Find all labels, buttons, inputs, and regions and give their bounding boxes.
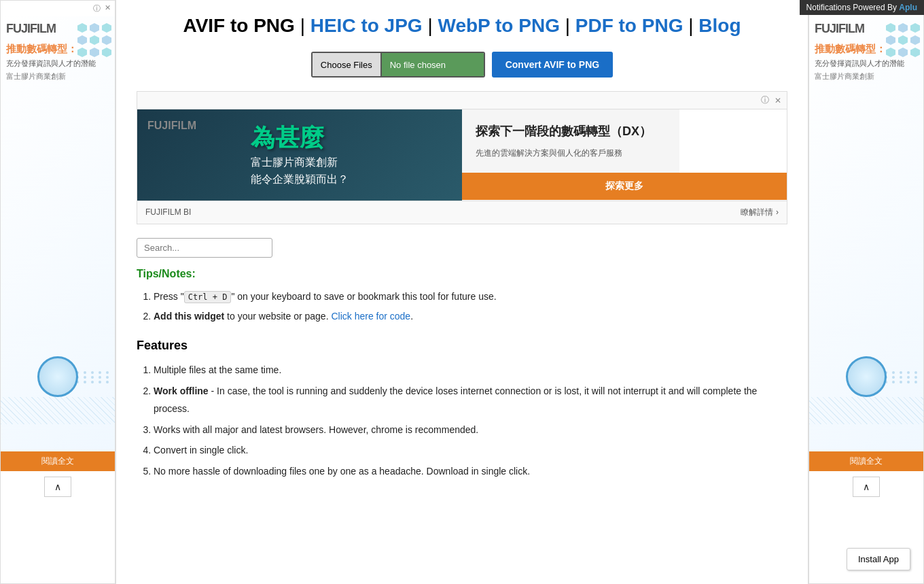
sidebar-left: ⓘ ✕ FUJIFILM	[0, 0, 116, 584]
features-title: Features	[137, 339, 787, 353]
ad-chinese-sub2: 能令企業脫穎而出？	[251, 173, 349, 187]
sidebar-right-circle	[846, 356, 887, 397]
sidebar-right-read-all[interactable]: 閱讀全文	[809, 451, 923, 471]
sidebar-left-circle	[37, 356, 78, 397]
sidebar-left-ad-icons: ⓘ ✕	[1, 1, 115, 16]
file-input-area: Choose Files No file chosen Convert AVIF…	[137, 52, 787, 78]
chevron-up-icon-right: ∧	[863, 481, 870, 492]
choose-files-button[interactable]: Choose Files	[313, 53, 382, 76]
sidebar-left-sub: 充分發揮資訊與人才的潛能	[6, 58, 109, 69]
sidebar-right: ⓘ ✕ FUJIFILM	[808, 0, 924, 584]
ad-banner-icons: ⓘ ✕	[761, 95, 781, 106]
sidebar-left-content: FUJIFILM 推動數碼轉型： 充分發揮	[1, 16, 115, 451]
ad-banner-text: 探索下一階段的數碼轉型（DX） 先進的雲端解決方案與個人化的客戶服務	[462, 109, 679, 172]
sep1: |	[300, 15, 310, 36]
file-name-display: No file chosen	[382, 53, 484, 76]
ad-close-icon-left[interactable]: ✕	[105, 3, 111, 14]
sidebar-right-company: 富士膠片商業創新	[815, 71, 918, 82]
notification-bar: Notifications Powered By Aplu	[800, 0, 924, 15]
ad-image-text: 為甚麼 富士膠片商業創新 能令企業脫穎而出？	[251, 123, 349, 186]
ad-learn-more-arrow: ›	[776, 207, 779, 217]
file-input-display: Choose Files No file chosen	[311, 52, 485, 78]
list-item: Works with all major and latest browsers…	[154, 421, 787, 439]
ad-chinese-title: 為甚麼	[251, 123, 349, 152]
sidebar-right-scroll-btn[interactable]: ∧	[853, 477, 880, 497]
ad-close-icon[interactable]: ✕	[775, 96, 781, 105]
chevron-up-icon-left: ∧	[54, 481, 61, 492]
ad-banner-right-sub: 先進的雲端解決方案與個人化的客戶服務	[476, 148, 666, 159]
kbd-ctrl-d: Ctrl + D	[184, 291, 232, 303]
notification-brand: Aplu	[899, 3, 917, 12]
list-item: Add this widget to your website or page.…	[154, 308, 787, 325]
ad-learn-more[interactable]: 瞭解詳情 ›	[741, 207, 779, 218]
tip-strong: Add this widget	[154, 311, 224, 322]
sidebar-right-dots	[885, 371, 920, 383]
title-webp-png[interactable]: WebP to PNG	[438, 15, 559, 36]
install-app-button[interactable]: Install App	[847, 548, 910, 570]
ad-orange-bar: 探索更多	[462, 173, 787, 200]
sep4: |	[688, 15, 698, 36]
sep3: |	[565, 15, 575, 36]
sidebar-left-lines	[1, 397, 115, 424]
title-avif-png: AVIF to PNG	[183, 15, 295, 36]
notification-text: Notifications Powered By	[806, 3, 900, 12]
tips-title: Tips/Notes:	[137, 268, 787, 280]
ad-learn-more-text: 瞭解詳情	[741, 207, 773, 218]
sidebar-left-hexagons	[77, 23, 111, 57]
list-item: Convert in single click.	[154, 441, 787, 460]
tips-section: Tips/Notes: Press "Ctrl + D" on your key…	[137, 268, 787, 325]
sidebar-right-sub: 充分發揮資訊與人才的潛能	[815, 58, 918, 69]
ad-banner-body: FUJIFILM 為甚麼 富士膠片商業創新 能令企業脫穎而出？ 探索下一階段的數…	[137, 109, 787, 200]
sidebar-left-scroll-btn[interactable]: ∧	[44, 477, 71, 497]
ad-banner-right: 探索下一階段的數碼轉型（DX） 先進的雲端解決方案與個人化的客戶服務 探索更多	[462, 109, 787, 200]
feature-strong: Work offline	[154, 385, 209, 396]
ad-fujifilm-logo: FUJIFILM	[147, 120, 196, 132]
ad-banner-footer: FUJIFILM BI 瞭解詳情 ›	[137, 201, 787, 224]
click-here-link[interactable]: Click here for code	[331, 311, 410, 322]
sidebar-left-read-all[interactable]: 閱讀全文	[1, 451, 115, 471]
search-bar-container	[137, 238, 787, 258]
ad-chinese-sub1: 富士膠片商業創新	[251, 156, 349, 170]
ad-banner-image: FUJIFILM 為甚麼 富士膠片商業創新 能令企業脫穎而出？	[137, 109, 462, 200]
ad-company-name: FUJIFILM BI	[145, 207, 191, 217]
sidebar-right-lines	[809, 397, 923, 424]
ad-banner: ⓘ ✕ FUJIFILM 為甚麼 富士膠片商業創新 能令企業脫穎而出？ 探索下一…	[137, 91, 787, 224]
ad-banner-header: ⓘ ✕	[137, 92, 787, 109]
list-item: Press "Ctrl + D" on your keyboard to sav…	[154, 288, 787, 305]
search-input[interactable]	[137, 238, 272, 258]
list-item: No more hassle of downloading files one …	[154, 462, 787, 481]
title-blog[interactable]: Blog	[698, 15, 741, 36]
sidebar-right-hexagons	[886, 23, 920, 57]
convert-button[interactable]: Convert AVIF to PNG	[492, 52, 613, 78]
sidebar-left-company: 富士膠片商業創新	[6, 71, 109, 82]
sidebar-left-dots	[76, 371, 111, 383]
features-list: Multiple files at the same time. Work of…	[137, 361, 787, 481]
title-pdf-png[interactable]: PDF to PNG	[575, 15, 683, 36]
list-item: Multiple files at the same time.	[154, 361, 787, 379]
tips-list: Press "Ctrl + D" on your keyboard to sav…	[137, 288, 787, 325]
features-section: Features Multiple files at the same time…	[137, 339, 787, 481]
sep2: |	[427, 15, 438, 36]
title-heic-jpg[interactable]: HEIC to JPG	[310, 15, 423, 36]
page-title: AVIF to PNG | HEIC to JPG | WebP to PNG …	[137, 14, 787, 38]
main-content: AVIF to PNG | HEIC to JPG | WebP to PNG …	[116, 0, 808, 584]
sidebar-right-content: FUJIFILM 推動數碼轉型： 充分發揮	[809, 16, 923, 451]
ad-info-icon[interactable]: ⓘ	[761, 95, 769, 106]
ad-banner-right-title: 探索下一階段的數碼轉型（DX）	[476, 123, 666, 140]
ad-info-icon-left[interactable]: ⓘ	[93, 3, 101, 14]
ad-orange-text: 探索更多	[605, 180, 643, 192]
list-item: Work offline - In case, the tool is runn…	[154, 382, 787, 418]
